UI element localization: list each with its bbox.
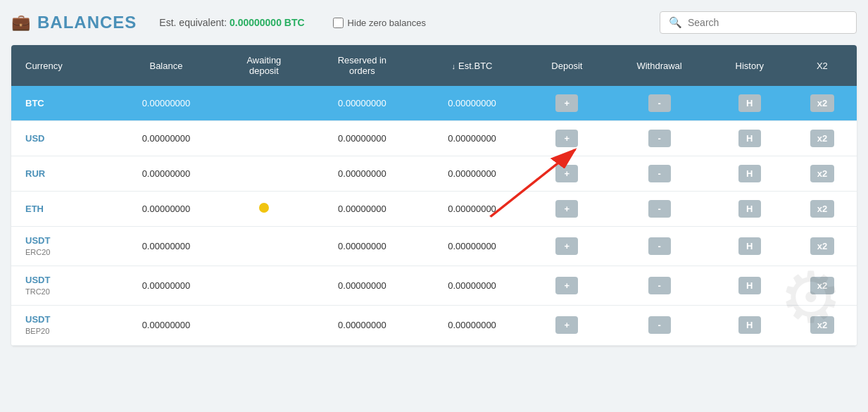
col-balance: Balance [111,45,221,86]
cell-balance: 0.00000000 [111,227,221,266]
cell-currency: USDT ERC20 [11,227,111,266]
table-row: USDT TRC20 0.000000000.000000000.0000000… [11,266,857,306]
table-row: ETH 0.000000000.000000000.00000000 + - H… [11,192,857,227]
history-button[interactable]: H [738,316,761,334]
cell-estbtc: 0.00000000 [417,121,527,156]
withdraw-button[interactable]: - [648,165,671,182]
col-reserved: Reserved inorders [307,45,417,86]
col-deposit: Deposit [527,45,607,86]
title-area: 💼 BALANCES [11,13,137,32]
hide-zero-text: Hide zero balances [348,18,426,28]
col-currency: Currency [11,45,111,86]
history-button[interactable]: H [738,237,761,255]
x2-button[interactable]: x2 [810,316,834,334]
history-button[interactable]: H [738,200,761,218]
cell-reserved: 0.00000000 [307,121,417,156]
cell-reserved: 0.00000000 [307,306,417,345]
cell-x2: x2 [788,306,857,345]
withdraw-button[interactable]: - [648,94,671,112]
cell-estbtc: 0.00000000 [417,192,527,227]
col-withdrawal: Withdrawal [608,45,712,86]
withdraw-button[interactable]: - [648,200,671,218]
currency-link[interactable]: USDT [25,235,103,247]
cell-history: H [712,156,788,192]
cell-x2: x2 [788,266,857,306]
cell-withdraw: - [608,86,712,121]
currency-link[interactable]: BTC [25,98,44,108]
col-estbtc[interactable]: Est.BTC [417,45,527,86]
withdraw-button[interactable]: - [648,237,671,255]
x2-button[interactable]: x2 [810,237,834,255]
withdraw-button[interactable]: - [648,130,671,147]
cell-x2: x2 [788,86,857,121]
cell-history: H [712,227,788,266]
deposit-button[interactable]: + [555,316,578,334]
cell-estbtc: 0.00000000 [417,227,527,266]
cell-currency: USDT BEP20 [11,306,111,345]
currency-link[interactable]: USDT [25,275,103,287]
cell-currency: USDT TRC20 [11,266,111,306]
est-label: Est. equivalent: [159,17,227,28]
deposit-button[interactable]: + [555,200,578,218]
cell-balance: 0.00000000 [111,266,221,306]
cell-withdraw: - [608,266,712,306]
cell-deposit: + [527,306,607,345]
x2-button[interactable]: x2 [810,200,834,218]
cell-balance: 0.00000000 [111,192,221,227]
x2-button[interactable]: x2 [810,277,834,294]
search-icon: 🔍 [669,16,682,29]
page-title: BALANCES [37,13,137,32]
cell-reserved: 0.00000000 [307,227,417,266]
table-row: USDT BEP20 0.000000000.000000000.0000000… [11,306,857,345]
deposit-button[interactable]: + [555,94,578,112]
table-body: BTC 0.000000000.000000000.00000000 + - H… [11,86,857,345]
col-x2: X2 [788,45,857,86]
hide-zero-checkbox[interactable] [333,18,344,28]
cell-history: H [712,306,788,345]
currency-link[interactable]: USDT [25,314,103,326]
page-header: 💼 BALANCES Est. equivalent: 0.00000000 B… [11,11,857,34]
cell-currency: BTC [11,86,111,121]
cell-awaiting [221,306,307,345]
col-history: History [712,45,788,86]
cell-x2: x2 [788,156,857,192]
cell-withdraw: - [608,192,712,227]
cell-awaiting [221,192,307,227]
table-row: USDT ERC20 0.000000000.000000000.0000000… [11,227,857,266]
table-row: BTC 0.000000000.000000000.00000000 + - H… [11,86,857,121]
deposit-button[interactable]: + [555,130,578,147]
page-wrapper: 💼 BALANCES Est. equivalent: 0.00000000 B… [0,0,868,412]
cell-withdraw: - [608,121,712,156]
cell-reserved: 0.00000000 [307,266,417,306]
currency-link[interactable]: RUR [25,168,45,179]
history-button[interactable]: H [738,94,761,112]
wallet-icon: 💼 [11,13,30,32]
deposit-button[interactable]: + [555,277,578,294]
x2-button[interactable]: x2 [810,94,834,112]
search-box[interactable]: 🔍 [660,11,857,34]
x2-button[interactable]: x2 [810,130,834,147]
withdraw-button[interactable]: - [648,277,671,294]
history-button[interactable]: H [738,165,761,182]
search-input[interactable] [688,17,848,28]
cell-deposit: + [527,121,607,156]
cell-deposit: + [527,192,607,227]
cell-withdraw: - [608,156,712,192]
x2-button[interactable]: x2 [810,165,834,182]
history-button[interactable]: H [738,277,761,294]
est-value: 0.00000000 BTC [229,17,305,28]
cell-reserved: 0.00000000 [307,86,417,121]
withdraw-button[interactable]: - [648,316,671,334]
cell-withdraw: - [608,227,712,266]
hide-zero-label: Hide zero balances [333,18,426,28]
currency-link[interactable]: ETH [25,204,44,214]
cell-deposit: + [527,266,607,306]
deposit-button[interactable]: + [555,237,578,255]
history-button[interactable]: H [738,130,761,147]
cell-currency: USD [11,121,111,156]
table-row: RUR 0.000000000.000000000.00000000 + - H… [11,156,857,192]
cell-balance: 0.00000000 [111,306,221,345]
deposit-button[interactable]: + [555,165,578,182]
cell-reserved: 0.00000000 [307,192,417,227]
currency-link[interactable]: USD [25,133,44,144]
